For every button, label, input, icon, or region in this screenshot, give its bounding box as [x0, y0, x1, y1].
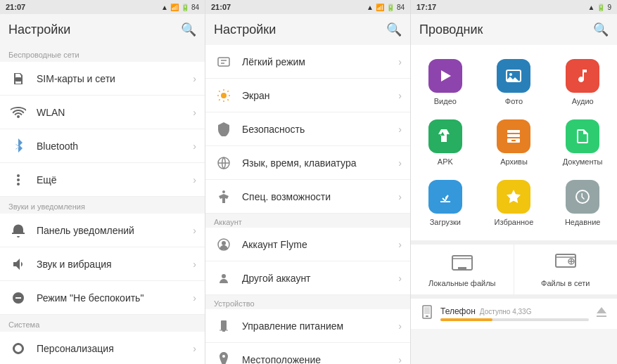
personalization-icon [8, 339, 28, 358]
screen-chevron: › [398, 90, 402, 101]
downloads-icon [428, 180, 462, 214]
list-item-sim[interactable]: SIM-карты и сети › [0, 62, 205, 96]
battery-icon-2: 🔋 [386, 4, 395, 11]
recent-icon [566, 180, 599, 214]
sim-icon-2: 📶 [376, 4, 384, 11]
grid-item-photo[interactable]: Фото [480, 52, 549, 112]
dnd-icon [8, 288, 28, 308]
grid-item-recent[interactable]: Недавние [548, 173, 617, 233]
language-chevron: › [398, 157, 402, 169]
status-bar-1: 21:07 ▲ 📶 🔋 84 [0, 0, 205, 14]
sound-label: Звук и вибрация [37, 259, 193, 270]
header-2: Настройки 🔍 [205, 14, 410, 45]
audio-icon [566, 59, 599, 93]
svg-marker-13 [441, 70, 451, 82]
status-icons-2: ▲ 📶 🔋 84 [367, 4, 405, 11]
status-icons-3: ▲ 🔋 9 [588, 4, 611, 11]
network-icon [554, 252, 577, 276]
svg-point-3 [17, 183, 20, 186]
svg-rect-27 [424, 307, 430, 314]
grid-item-apk[interactable]: APK [411, 112, 480, 173]
grid-item-favorites[interactable]: Избранное [480, 173, 549, 233]
settings-list-2: Лёгкий режим › Экран › Безопасность › [205, 45, 410, 364]
page-title-2: Настройки [214, 22, 276, 37]
storage-eject-icon[interactable] [594, 305, 609, 323]
phone-storage-icon [419, 304, 435, 323]
section-system: Система [0, 315, 205, 332]
header-3: Проводник 🔍 [411, 14, 617, 45]
grid-item-docs[interactable]: Документы [548, 112, 617, 173]
security-chevron: › [398, 124, 402, 135]
list-item-screen[interactable]: Экран › [205, 79, 410, 112]
section-sound: Звуки и уведомления [0, 197, 205, 214]
network-files-button[interactable]: Файлы в сети [514, 245, 618, 294]
storage-name: Телефон [440, 306, 476, 316]
page-title-1: Настройки [8, 22, 70, 37]
sim-icon-1: 📶 [170, 4, 179, 11]
svg-rect-16 [507, 130, 520, 133]
favorites-icon [497, 180, 530, 214]
list-item-dnd[interactable]: Режим "Не беспокоить" › [0, 281, 205, 315]
sim-chevron: › [193, 73, 196, 84]
apk-label: APK [438, 157, 453, 166]
light-label: Лёгкий режим [242, 56, 398, 67]
video-icon [428, 59, 462, 93]
search-button-2[interactable]: 🔍 [386, 22, 402, 37]
grid-item-downloads[interactable]: Загрузки [411, 173, 480, 233]
sim-icon [8, 69, 28, 89]
page-title-3: Проводник [419, 22, 483, 37]
status-time-2: 21:07 [211, 3, 231, 11]
list-item-security[interactable]: Безопасность › [205, 112, 410, 146]
svg-point-9 [222, 241, 226, 245]
power-icon [214, 316, 234, 336]
status-bar-2: 21:07 ▲ 📶 🔋 84 [205, 0, 410, 14]
location-label: Местоположение [242, 354, 398, 365]
storage-available: Доступно 4,33G [480, 308, 532, 316]
file-type-grid: Видео Фото Аудио [411, 45, 617, 240]
local-label: Локальные файлы [428, 279, 495, 287]
grid-item-video[interactable]: Видео [411, 52, 480, 112]
sound-icon [8, 254, 28, 274]
list-item-power[interactable]: Управление питанием › [205, 309, 410, 343]
list-item-flyme[interactable]: Аккаунт Flyme › [205, 228, 410, 261]
panel-settings-1: 21:07 ▲ 📶 🔋 84 Настройки 🔍 Беспроводные … [0, 0, 205, 364]
flyme-icon [214, 235, 234, 254]
search-button-1[interactable]: 🔍 [181, 22, 196, 37]
list-item-other-account[interactable]: Другой аккаунт › [205, 261, 410, 295]
screen-label: Экран [242, 90, 398, 101]
svg-point-5 [221, 93, 227, 98]
svg-rect-11 [221, 320, 227, 330]
list-item-accessibility[interactable]: Спец. возможности › [205, 180, 410, 214]
svg-rect-24 [556, 254, 575, 267]
power-chevron: › [398, 320, 402, 332]
list-item-personalization[interactable]: Персонализация › [0, 332, 205, 364]
wifi-icon-1: ▲ [161, 4, 168, 11]
local-files-button[interactable]: Локальные файлы [411, 245, 514, 294]
section-wireless: Беспроводные сети [0, 45, 205, 62]
svg-rect-23 [455, 269, 469, 271]
svg-rect-19 [511, 140, 516, 141]
audio-label: Аудио [572, 97, 594, 105]
personalization-label: Персонализация [37, 343, 193, 354]
list-item-wlan[interactable]: WLAN › [0, 96, 205, 129]
photo-label: Фото [505, 97, 523, 105]
grid-item-archives[interactable]: Архивы [480, 112, 549, 173]
list-item-language[interactable]: Язык, время, клавиатура › [205, 146, 410, 180]
notifications-chevron: › [193, 225, 196, 236]
apk-icon [428, 119, 462, 153]
list-item-notifications[interactable]: Панель уведомлений › [0, 214, 205, 247]
screen-icon [214, 86, 234, 105]
grid-item-audio[interactable]: Аудио [548, 52, 617, 112]
list-item-more[interactable]: Ещё › [0, 163, 205, 197]
dnd-chevron: › [193, 292, 196, 304]
power-label: Управление питанием [242, 320, 398, 332]
list-item-location[interactable]: Местоположение › [205, 343, 410, 364]
section-account: Аккаунт [205, 214, 410, 228]
storage-bar-fill [440, 318, 492, 321]
list-item-sound[interactable]: Звук и вибрация › [0, 247, 205, 281]
list-item-bluetooth[interactable]: Bluetooth › [0, 129, 205, 163]
list-item-light[interactable]: Лёгкий режим › [205, 45, 410, 79]
sound-chevron: › [193, 259, 196, 270]
storage-bar-bg [440, 318, 589, 321]
search-button-3[interactable]: 🔍 [593, 22, 609, 37]
